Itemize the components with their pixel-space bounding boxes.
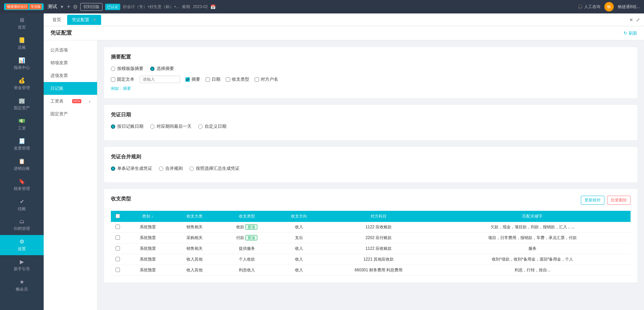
income-expense-table: 类别 ↓ 收支大类 收支类型 收支方向 对方科目 匹配关键字 [111, 211, 631, 276]
radio-journal-date[interactable]: 按日记账日期 [111, 123, 143, 129]
sidebar-item-home[interactable]: ⊞ 首页 [0, 13, 44, 34]
row-checkbox-2[interactable] [116, 235, 120, 240]
income-expense-type-checkbox[interactable]: 收支类型 [226, 76, 249, 82]
counterpart-checkbox-input[interactable] [255, 77, 259, 82]
table-row: 系统预置 采购相关 付款 置顶 支出 2202 应付账款 项目，日常费用，报销款… [111, 233, 631, 243]
table-header-checkbox[interactable] [111, 211, 124, 222]
row-checkbox-3[interactable] [116, 246, 120, 250]
row-account-3: 1122 应收账款 [323, 243, 435, 254]
summary-title: 摘要配置 [111, 54, 631, 60]
batch-delete-button[interactable]: 批量删除 [607, 196, 631, 205]
left-menu-public-label: 公共选项 [50, 47, 68, 53]
radio-journal-date-label: 按日记账日期 [117, 123, 143, 129]
tab-bar-right: ✕ ⤢ [629, 17, 640, 23]
row-main-type-1: 销售相关 [171, 222, 218, 233]
radio-period-last-day-input[interactable] [150, 124, 155, 129]
sidebar-label-home: 首页 [18, 25, 26, 30]
table-header-sub-type: 收支类型 [218, 211, 275, 222]
sidebar-item-purchase-sales[interactable]: 📋 进销台账 [0, 155, 44, 175]
sidebar-item-archive[interactable]: 🗂 归档管理 [0, 215, 44, 235]
income-expense-checkbox-input[interactable] [226, 77, 230, 82]
settings-icon[interactable]: ⚙ [73, 4, 78, 10]
summary-checkbox[interactable]: 摘要 [185, 76, 200, 82]
counterpart-name-checkbox[interactable]: 对方户名 [255, 76, 278, 82]
tab-bar: 首页 凭证配置 ✕ ✕ ⤢ [44, 13, 644, 26]
row-account-5: 660301 财务费用 利息费用 [323, 265, 435, 276]
home-icon: ⊞ [20, 17, 24, 23]
calendar-icon[interactable]: 📅 [210, 4, 216, 9]
sidebar-item-reports[interactable]: 📊 报表中心 [0, 54, 44, 74]
sidebar-label-archive: 归档管理 [14, 226, 30, 232]
sidebar-item-salary[interactable]: 💵 工资 [0, 114, 44, 134]
select-all-checkbox[interactable] [116, 214, 120, 218]
counterpart-checkbox-label: 对方户名 [261, 76, 278, 82]
page-title: 凭证配置 [50, 30, 72, 37]
row-checkbox-1[interactable] [116, 225, 120, 229]
closing-icon: ✔ [20, 198, 24, 205]
radio-select-input[interactable] [150, 67, 155, 71]
radio-merge-rule[interactable]: 合并规则 [159, 165, 183, 171]
radio-summary-generate[interactable]: 按照选择汇总生成凭证 [189, 165, 240, 171]
top-tag-1: 置顶 [245, 224, 257, 230]
update-button[interactable]: 更新校对 [581, 196, 604, 205]
sidebar-item-invoice[interactable]: 🧾 发票管理 [0, 134, 44, 155]
sidebar-label-funds: 资金管理 [14, 85, 30, 91]
radio-template-summary[interactable]: 按模板版摘要 [111, 66, 143, 72]
sidebar-item-tax[interactable]: 🔖 税务管理 [0, 175, 44, 195]
left-menu-fixed-assets[interactable]: 固定资产 [44, 108, 97, 120]
table-row: 系统预置 销售相关 提供服务 收入 1122 应收账款 服务 [111, 243, 631, 254]
table-header-main-type: 收支大类 [171, 211, 218, 222]
radio-summary-input[interactable] [189, 166, 194, 171]
row-category-3: 系统预置 [124, 243, 171, 254]
left-menu-sales-invoice[interactable]: 销项发票 [44, 56, 97, 69]
sidebar-label-guide: 新手引导 [14, 266, 30, 272]
sidebar-item-assets[interactable]: 🏢 固定资产 [0, 94, 44, 114]
left-menu-public[interactable]: 公共选项 [44, 44, 97, 56]
income-expense-section: 收支类型 更新校对 批量删除 类别 ↓ 收支大类 收支类型 [104, 189, 637, 282]
dropdown-arrow-icon[interactable]: ▼ [60, 4, 64, 9]
service-link[interactable]: 🎧 人工咨询 [578, 4, 600, 10]
radio-select-summary[interactable]: 选择摘要 [150, 66, 174, 72]
fixed-text-field[interactable] [140, 76, 180, 83]
left-menu-purchase-invoice[interactable]: 进项发票 [44, 69, 97, 82]
row-keywords-1: 欠款，现金，项目款，到款，报销款，汇入，... [435, 222, 631, 233]
sidebar-label-tax: 税务管理 [14, 186, 30, 192]
refresh-button[interactable]: ↻ 刷新 [624, 30, 637, 36]
row-checkbox-5[interactable] [116, 268, 120, 272]
radio-template-input[interactable] [111, 67, 115, 71]
summary-checkbox-input[interactable] [185, 77, 190, 82]
left-menu-journal[interactable]: 日记账 [44, 82, 97, 95]
fixed-text-input[interactable] [111, 77, 115, 82]
left-menu-payroll[interactable]: 工资表 NEW › [44, 95, 97, 108]
date-checkbox-input[interactable] [206, 77, 210, 82]
sidebar-item-guide[interactable]: ▶ 新手引导 [0, 255, 44, 275]
period-label: 账期 [182, 4, 190, 10]
switch-old-version-button[interactable]: 切到旧版 [80, 3, 102, 11]
tab-home[interactable]: 首页 [48, 15, 66, 25]
row-keywords-4: 收到*借款，收到*备用金，退回*备用金，个人 [435, 254, 631, 265]
radio-custom-date-input[interactable] [198, 124, 203, 129]
add-icon[interactable]: + [67, 3, 71, 10]
date-checkbox[interactable]: 日期 [206, 76, 220, 82]
fixed-text-checkbox[interactable]: 固定文本 [111, 76, 134, 82]
sidebar-item-ledger[interactable]: 📒 总账 [0, 34, 44, 54]
sidebar-item-funds[interactable]: 💰 资金管理 [0, 74, 44, 94]
radio-single-input[interactable] [111, 166, 115, 171]
tab-close-icon[interactable]: ✕ [93, 17, 96, 22]
certified-tag: 已认证 [105, 4, 120, 10]
date-checkbox-label: 日期 [212, 76, 220, 82]
sidebar-item-closing[interactable]: ✔ 结账 [0, 195, 44, 215]
radio-merge-input[interactable] [159, 166, 163, 171]
left-menu: 公共选项 销项发票 进项发票 日记账 工资表 NEW › 固定资产 [44, 40, 97, 310]
expand-window-button[interactable]: ⤢ [636, 17, 640, 23]
radio-single-record[interactable]: 单条记录生成凭证 [111, 165, 152, 171]
radio-period-last-day[interactable]: 对应期间最后一天 [150, 123, 191, 129]
sidebar-item-member[interactable]: ★ 畅会员 [0, 275, 44, 296]
sidebar-item-settings[interactable]: ⚙ 设置 [0, 235, 44, 255]
close-window-button[interactable]: ✕ [629, 17, 633, 23]
tab-voucher-config[interactable]: 凭证配置 ✕ [67, 15, 101, 25]
row-checkbox-4[interactable] [116, 257, 120, 261]
tax-icon: 🔖 [18, 178, 25, 185]
radio-custom-date[interactable]: 自定义日期 [198, 123, 226, 129]
radio-journal-date-input[interactable] [111, 124, 115, 129]
